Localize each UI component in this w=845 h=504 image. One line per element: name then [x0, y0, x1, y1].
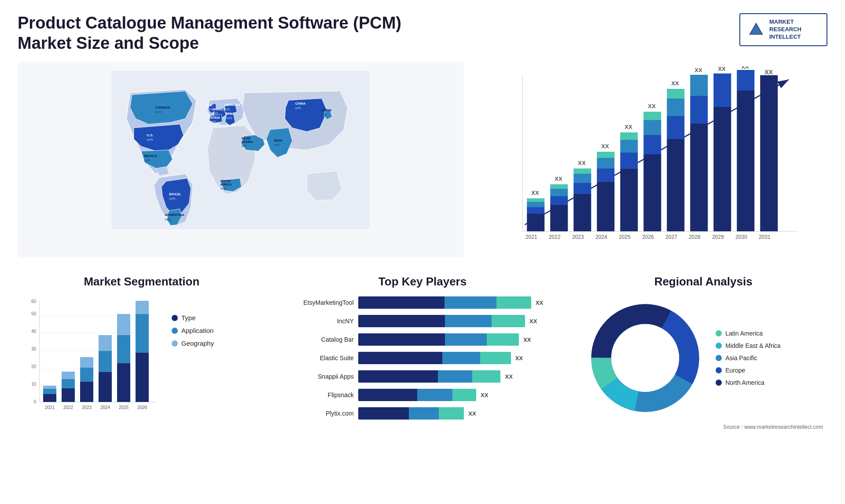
svg-text:xx%: xx% — [224, 108, 230, 111]
player-row-catalog: Catalog Bar XX — [283, 333, 562, 346]
svg-rect-46 — [550, 189, 568, 196]
player-xx-flipsnack: XX — [481, 392, 488, 398]
svg-text:xx%: xx% — [207, 108, 213, 111]
legend-north-america: North America — [716, 379, 780, 386]
legend-latin-america: Latin America — [716, 330, 780, 337]
donut-chart-svg — [584, 296, 707, 420]
svg-text:CHINA: CHINA — [295, 102, 306, 106]
svg-rect-116 — [62, 372, 75, 379]
svg-text:xx%: xx% — [165, 217, 171, 221]
north-america-label: North America — [725, 379, 764, 386]
svg-rect-70 — [667, 116, 684, 139]
svg-rect-113 — [43, 386, 56, 389]
player-row-elastic: Elastic Suite XX — [283, 352, 562, 364]
svg-text:xx%: xx% — [144, 158, 151, 162]
svg-text:2026: 2026 — [137, 405, 147, 410]
svg-rect-75 — [690, 96, 708, 124]
svg-rect-76 — [690, 75, 708, 96]
svg-rect-65 — [643, 135, 661, 154]
svg-rect-44 — [550, 205, 568, 231]
legend-asia: Asia Pacific — [716, 354, 780, 362]
svg-rect-41 — [527, 202, 544, 207]
svg-rect-121 — [99, 351, 112, 372]
svg-text:xx%: xx% — [295, 106, 301, 110]
svg-rect-59 — [620, 169, 638, 231]
svg-text:xx%: xx% — [241, 144, 247, 147]
world-map-container: CANADA xx% U.S. xx% MEXICO xx% BRAZIL xx… — [18, 62, 464, 257]
player-row-plytix: Plytix.com XX — [283, 407, 562, 420]
svg-text:2021: 2021 — [525, 234, 537, 240]
svg-text:60: 60 — [31, 299, 37, 304]
svg-rect-114 — [62, 388, 75, 402]
geography-dot — [172, 340, 178, 347]
svg-text:2030: 2030 — [735, 234, 747, 240]
svg-rect-61 — [620, 140, 638, 153]
players-chart: EtsyMarketingTool XX IncNY — [279, 296, 566, 420]
svg-text:2024: 2024 — [595, 234, 607, 240]
svg-rect-117 — [80, 382, 93, 402]
player-xx-elastic: XX — [515, 355, 523, 362]
svg-text:2026: 2026 — [642, 234, 654, 240]
growth-chart-container: XX XX XX XX XX — [477, 62, 828, 257]
svg-text:2023: 2023 — [82, 405, 92, 410]
svg-text:U.K.: U.K. — [207, 104, 213, 107]
svg-text:XX: XX — [648, 103, 656, 110]
svg-text:2023: 2023 — [572, 234, 584, 240]
player-xx-catalog: XX — [523, 336, 531, 343]
svg-rect-42 — [527, 198, 544, 202]
player-name-catalog: Catalog Bar — [283, 336, 354, 343]
svg-text:2022: 2022 — [548, 234, 560, 240]
player-bar-etsy: XX — [358, 296, 562, 309]
player-row-incny: IncNY XX — [283, 315, 562, 327]
player-name-etsy: EtsyMarketingTool — [283, 299, 354, 306]
svg-rect-115 — [62, 379, 75, 388]
svg-text:SAUDI: SAUDI — [241, 137, 250, 140]
segmentation-chart-svg: 0 10 20 30 40 50 60 — [22, 296, 163, 420]
svg-text:JAPAN: JAPAN — [321, 109, 331, 112]
svg-rect-128 — [136, 301, 149, 314]
svg-rect-120 — [99, 372, 112, 402]
svg-rect-80 — [737, 91, 754, 231]
svg-text:xx%: xx% — [210, 120, 216, 123]
svg-text:2028: 2028 — [688, 234, 700, 240]
svg-rect-123 — [117, 363, 130, 402]
asia-dot — [716, 355, 722, 361]
svg-point-141 — [621, 334, 669, 382]
svg-rect-62 — [620, 132, 638, 140]
svg-text:ITALY: ITALY — [227, 113, 235, 116]
svg-text:xx%: xx% — [155, 110, 162, 114]
page-title: Product Catalogue Management Software (P… — [18, 13, 414, 53]
svg-text:30: 30 — [31, 347, 37, 351]
player-row-etsy: EtsyMarketingTool XX — [283, 296, 562, 309]
latin-america-dot — [716, 330, 722, 336]
application-label: Application — [181, 327, 213, 334]
player-name-flipsnack: Flipsnack — [283, 391, 354, 398]
svg-rect-79 — [713, 73, 731, 107]
svg-text:CANADA: CANADA — [155, 106, 171, 110]
svg-text:2025: 2025 — [618, 234, 630, 240]
svg-rect-55 — [597, 168, 614, 182]
svg-text:XX: XX — [555, 175, 562, 182]
type-dot — [172, 315, 178, 321]
svg-text:ARGENTINA: ARGENTINA — [165, 213, 184, 217]
top-section: CANADA xx% U.S. xx% MEXICO xx% BRAZIL xx… — [18, 62, 827, 257]
player-xx-etsy: XX — [536, 299, 543, 306]
svg-rect-40 — [527, 207, 544, 214]
svg-text:10: 10 — [31, 382, 37, 387]
svg-text:2021: 2021 — [45, 405, 55, 410]
mea-label: Middle East & Africa — [725, 342, 780, 349]
svg-text:SPAIN: SPAIN — [210, 116, 220, 120]
svg-rect-124 — [117, 335, 130, 363]
svg-text:2027: 2027 — [665, 234, 677, 240]
geography-label: Geography — [181, 340, 214, 347]
svg-text:SOUTH: SOUTH — [220, 179, 231, 183]
source-text: Source : www.marketresearchintellect.com — [584, 424, 823, 430]
svg-text:XX: XX — [531, 190, 539, 196]
svg-rect-67 — [643, 112, 661, 120]
asia-label: Asia Pacific — [725, 354, 757, 362]
svg-rect-118 — [80, 368, 93, 382]
svg-rect-122 — [99, 335, 112, 351]
svg-text:20: 20 — [31, 364, 37, 369]
player-name-incny: IncNY — [283, 318, 354, 325]
svg-text:2025: 2025 — [119, 405, 129, 410]
